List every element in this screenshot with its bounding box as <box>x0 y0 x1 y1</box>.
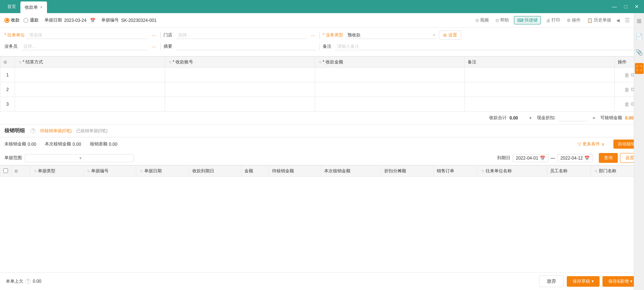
sort-icon-docdate[interactable]: ⇅ <box>140 169 143 173</box>
row3-account-input[interactable] <box>165 97 315 111</box>
row2-delete-icon[interactable]: 🗑 <box>624 87 629 93</box>
row2-method-input[interactable] <box>15 82 165 97</box>
row1-account-input[interactable] <box>165 68 315 82</box>
window-maximize-btn[interactable]: □ <box>622 3 629 10</box>
date-range-group: 到期日 2022-04-01 📅 — 2022-04-12 📅 <box>497 154 593 162</box>
more-filter-btn[interactable]: ▽ 更多条件 ∧ <box>578 141 605 147</box>
calendar-icon[interactable]: 📅 <box>90 18 95 23</box>
row3-method-input[interactable] <box>15 97 165 111</box>
form-header-bar: 收款 退款 单据日期 2023-03-24 📅 单据编号 SK-20230324… <box>0 13 644 28</box>
filter-range-label: 单据范围 <box>4 155 22 161</box>
info-question-icon[interactable]: ? <box>25 279 31 284</box>
hx-info-icon[interactable]: ? <box>31 128 36 133</box>
nav-tab-home[interactable]: 首页 <box>3 0 20 13</box>
counterpart-more-btn[interactable]: ··· <box>150 32 157 38</box>
sort-icon-dept[interactable]: ⇅ <box>594 169 597 173</box>
hx-col-discount: 折扣分摊额 <box>381 166 433 177</box>
sort-icon-counterpart[interactable]: ⇅ <box>481 169 484 173</box>
row1-remark-input[interactable] <box>465 68 614 82</box>
calendar-start-icon[interactable]: 📅 <box>540 156 545 161</box>
row2-amount[interactable] <box>315 82 465 97</box>
sidebar-doc-icon[interactable]: 📄 <box>634 32 644 42</box>
staff-input[interactable] <box>21 43 148 50</box>
biz-settings-btn[interactable]: ⚙ 设置 <box>439 31 461 40</box>
query-btn[interactable]: 查询 <box>599 153 618 163</box>
shortcut-btn[interactable]: ⌨ 快捷键 <box>514 16 541 24</box>
row3-account[interactable] <box>165 97 315 111</box>
table-row: 3 🗑 ⧉ <box>0 97 644 111</box>
more-filter-label: 更多条件 <box>582 141 600 147</box>
nav-tab-shoukuandan[interactable]: 收款单 × <box>20 1 47 13</box>
row2-method[interactable] <box>15 82 165 97</box>
counterpart-input[interactable] <box>27 31 148 39</box>
list-view-icon[interactable]: ☰ <box>623 16 631 24</box>
video-btn[interactable]: ⊙ 视频 <box>474 16 490 24</box>
tab-pending[interactable]: 待核销单据(0笔) <box>40 128 72 134</box>
sort-icon-doctype[interactable]: ⇅ <box>34 169 37 173</box>
row1-delete-icon[interactable]: 🗑 <box>624 72 629 78</box>
sort-icon-account[interactable]: ⇅ <box>169 60 172 64</box>
row3-method[interactable] <box>15 97 165 111</box>
row1-method-input[interactable] <box>15 68 165 82</box>
col-payment-method-label: * 结算方式 <box>23 59 43 64</box>
row-num-2: 2 <box>0 82 15 97</box>
help-btn[interactable]: ⊙ 帮助 <box>494 16 510 24</box>
table-settings-icon[interactable]: ⚙ <box>3 60 7 65</box>
row3-remark[interactable] <box>465 97 615 111</box>
sort-icon-amount[interactable]: ⇅ <box>319 60 322 64</box>
sort-icon-docnum[interactable]: ⇅ <box>87 169 90 173</box>
sidebar-expand-icon[interactable]: ⛶ <box>635 63 644 74</box>
calendar-end-icon[interactable]: 📅 <box>584 156 590 161</box>
store-more-btn[interactable]: ··· <box>309 32 317 38</box>
store-input[interactable] <box>176 31 307 39</box>
sidebar-attachment-icon[interactable]: 📎 <box>634 47 644 57</box>
row1-amount[interactable] <box>315 68 465 82</box>
save-new-btn[interactable]: 保存&新增 ▾ <box>602 276 638 287</box>
biz-type-select[interactable]: ▾ <box>345 31 437 39</box>
date-end-input[interactable]: 2022-04-12 📅 <box>557 154 593 162</box>
row1-method[interactable] <box>15 68 165 82</box>
info-value: 0.00 <box>33 279 41 284</box>
row1-account[interactable] <box>165 68 315 82</box>
history-btn[interactable]: 📋 历史单据 <box>586 16 613 24</box>
radio-shoukuan[interactable]: 收款 <box>4 17 20 23</box>
row1-amount-input[interactable] <box>315 68 465 82</box>
row2-account[interactable] <box>165 82 315 97</box>
hx-select-all-checkbox[interactable] <box>3 168 8 173</box>
radio-tuikuan[interactable]: 退款 <box>23 17 39 23</box>
hx-col-pending: 待核销金额 <box>269 166 321 177</box>
row2-remark-input[interactable] <box>465 82 614 97</box>
sort-icon-method[interactable]: ⇅ <box>19 60 21 64</box>
save-draft-group: 保存草稿 ▾ <box>567 276 600 287</box>
summary-input[interactable] <box>176 43 317 50</box>
row3-delete-icon[interactable]: 🗑 <box>624 101 629 107</box>
row2-account-input[interactable] <box>165 82 315 97</box>
print-btn[interactable]: 🖨 打印 <box>545 16 562 24</box>
discount-input[interactable] <box>558 114 588 121</box>
hx-stats-bar: 未核销金额 0.00 本次核销金额 0.00 核销差额 0.00 ▽ 更多条件 … <box>0 137 644 151</box>
staff-more-btn[interactable]: ··· <box>150 44 157 50</box>
row1-remark[interactable] <box>465 68 615 82</box>
sidebar-table-icon[interactable]: ⊞ <box>635 16 643 26</box>
nav-prev-icon[interactable]: ◀ <box>616 18 620 23</box>
filter-icon: ▽ <box>578 142 581 147</box>
window-minimize-btn[interactable]: — <box>610 3 619 10</box>
row3-amount-input[interactable] <box>315 97 465 111</box>
row3-amount[interactable] <box>315 97 465 111</box>
summary-group: 摘要 <box>164 43 317 50</box>
abandon-btn[interactable]: 放弃 <box>539 275 564 287</box>
tab-done[interactable]: 已核销单据(0笔) <box>76 128 108 134</box>
operate-btn[interactable]: ⚙ 操作 <box>565 16 582 24</box>
row2-remark[interactable] <box>465 82 615 97</box>
window-close-btn[interactable]: ✕ <box>632 3 641 10</box>
close-tab-icon[interactable]: × <box>40 5 43 10</box>
save-draft-btn[interactable]: 保存草稿 ▾ <box>567 276 600 287</box>
row3-remark-input[interactable] <box>465 97 614 111</box>
biz-type-dropdown-icon[interactable]: ▾ <box>432 32 437 38</box>
filter-range-select[interactable]: ▾ <box>25 154 134 162</box>
remark-input[interactable] <box>335 43 640 50</box>
info-label: 本单上欠 <box>6 278 23 285</box>
hx-table-settings-icon[interactable]: ⚙ <box>14 169 18 174</box>
row2-amount-input[interactable] <box>315 82 465 97</box>
date-start-input[interactable]: 2022-04-01 📅 <box>513 154 548 162</box>
